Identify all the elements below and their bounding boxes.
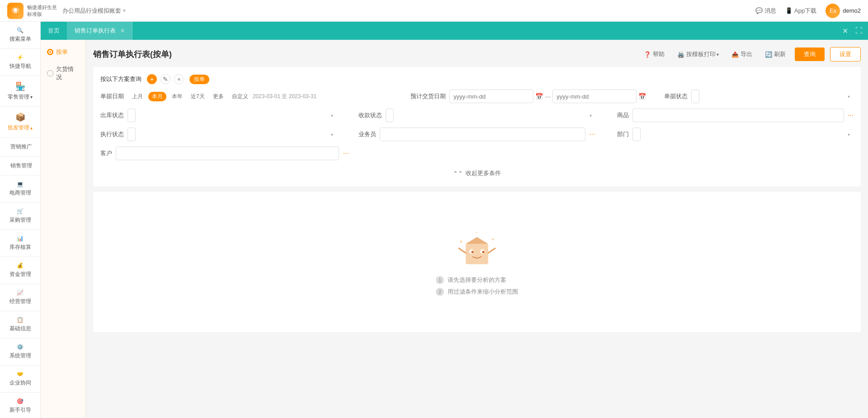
add-scheme-btn[interactable]: + [147, 74, 157, 84]
sidebar-item-sales[interactable]: 销售管理 [0, 157, 40, 176]
user-info[interactable]: Ea demo2 [826, 4, 861, 18]
retail-arrow-icon: ▾ [30, 95, 33, 100]
export-btn[interactable]: 📤 导出 [728, 48, 756, 60]
sidebar-item-purchase[interactable]: 🛒 采购管理 [0, 203, 40, 230]
sidebar-item-operations[interactable]: 📈 经营管理 [0, 284, 40, 311]
app-logo-icon [7, 3, 24, 19]
app-download-action[interactable]: 📱 App下载 [785, 7, 816, 15]
submenu-item-byorder[interactable]: 按单 [41, 43, 85, 61]
svg-point-5 [472, 251, 474, 253]
logo-area: 畅捷通好生意 标准版 [7, 3, 57, 19]
message-action[interactable]: 💬 消息 [755, 7, 776, 15]
date-custom-btn[interactable]: 自定义 [229, 92, 251, 101]
refresh-icon: 🔄 [765, 51, 772, 58]
filter-expected-date: 预计交货日期 📅 — 📅 [410, 90, 638, 103]
svg-point-9 [460, 241, 462, 242]
sidebar: 🔍 搜索菜单 ⚡ 快捷导航 🏪 零售管理 ▾ 📦 批发管理 ▴ 营销推广 销售管… [0, 22, 41, 418]
sidebar-item-marketing[interactable]: 营销推广 [0, 138, 40, 157]
salesperson-input[interactable] [380, 128, 585, 141]
tab-close-icon[interactable]: ✕ [120, 28, 125, 34]
exec-status-select[interactable] [127, 128, 136, 141]
date-quick-filters: 上月 本月 本年 近7天 更多 自定义 [129, 92, 251, 101]
collapse-more-icon: ⌃⌃ [453, 170, 463, 177]
salesperson-dots-icon[interactable]: ··· [589, 130, 595, 138]
expected-date-label: 预计交货日期 [410, 92, 446, 100]
filter-order-status: 单据状态 ▾ [664, 90, 854, 103]
goods-dots-icon[interactable]: ··· [848, 111, 854, 119]
date-this-year-btn[interactable]: 本年 [169, 92, 185, 101]
svg-line-7 [459, 248, 466, 253]
customer-dots-icon[interactable]: ··· [343, 149, 349, 157]
sidebar-item-retail[interactable]: 🏪 零售管理 ▾ [0, 76, 40, 107]
svg-line-8 [488, 248, 495, 253]
refresh-btn[interactable]: 🔄 刷新 [761, 48, 789, 60]
expected-date-end-cal-icon[interactable]: 📅 [638, 93, 646, 100]
submenu-item-shortage[interactable]: 欠货情况 [41, 61, 85, 86]
out-status-select[interactable] [127, 109, 136, 122]
payment-status-select[interactable] [386, 109, 394, 122]
sidebar-item-newbie[interactable]: 🎯 新手引导 [0, 393, 40, 418]
date-last-month-btn[interactable]: 上月 [129, 92, 146, 101]
filter-row-4: 客户 ··· [100, 147, 854, 160]
page-header: 销售订单执行表(按单) ❓ 帮助 🖨️ 按模板打印 ▾ [93, 47, 861, 62]
avatar: Ea [826, 4, 840, 18]
collapse-scheme-btn[interactable]: « [174, 74, 184, 84]
order-date-label: 单据日期 [100, 92, 124, 100]
sidebar-item-quicknav[interactable]: ⚡ 快捷导航 [0, 49, 40, 76]
tab-sales-order[interactable]: 销售订单执行表 ✕ [67, 22, 132, 40]
sidebar-item-basic[interactable]: 📋 基础信息 [0, 311, 40, 338]
collapse-more-btn[interactable]: ⌃⌃ 收起更多条件 [100, 166, 854, 179]
customer-input[interactable] [116, 147, 339, 160]
scheme-actions: + ✎ « [147, 74, 184, 84]
scheme-tag[interactable]: 按单 [189, 75, 209, 84]
tab-home-label: 首页 [48, 27, 60, 35]
order-status-select[interactable] [691, 90, 699, 103]
order-status-chevron-icon: ▾ [848, 94, 850, 99]
sidebar-item-system[interactable]: ⚙️ 系统管理 [0, 338, 40, 366]
selected-scheme: 按单 [189, 75, 209, 84]
filter-salesperson: 业务员 ··· [359, 128, 595, 141]
salesperson-label: 业务员 [359, 130, 376, 138]
edit-scheme-btn[interactable]: ✎ [160, 74, 170, 84]
help-btn[interactable]: ❓ 帮助 [640, 48, 668, 60]
department-select-wrap: ▾ [632, 128, 854, 141]
search-btn[interactable]: 查询 [795, 48, 825, 61]
customer-label: 客户 [100, 149, 112, 157]
goods-label: 商品 [617, 111, 629, 119]
purchase-icon: 🛒 [17, 208, 24, 214]
department-select[interactable] [632, 128, 641, 141]
tab-home[interactable]: 首页 [41, 22, 67, 40]
sidebar-item-finance[interactable]: 💰 资金管理 [0, 257, 40, 284]
tab-fullscreen-btn[interactable]: ⛶ [854, 25, 864, 37]
logo-text: 畅捷通好生意 标准版 [27, 4, 57, 17]
inventory-icon: 📊 [17, 235, 24, 242]
goods-input[interactable] [632, 109, 844, 122]
payment-status-label: 收款状态 [359, 111, 382, 119]
expected-date-start-input[interactable] [449, 90, 533, 103]
expected-date-start-cal-icon[interactable]: 📅 [535, 93, 543, 100]
expected-date-end-input[interactable] [552, 90, 637, 103]
date-7days-btn[interactable]: 近7天 [188, 92, 208, 101]
settings-btn[interactable]: 设置 [830, 47, 861, 62]
sidebar-item-search[interactable]: 🔍 搜索菜单 [0, 22, 40, 49]
submenu-inactive-circle [47, 70, 53, 76]
print-arrow-icon: ▾ [717, 52, 719, 57]
print-btn[interactable]: 🖨️ 按模板打印 ▾ [674, 48, 722, 60]
breadcrumb-arrow-icon: ▾ [123, 8, 126, 14]
filter-payment-status: 收款状态 ▾ [359, 109, 595, 122]
sidebar-item-ecom[interactable]: 💻 电商管理 [0, 176, 40, 203]
print-icon: 🖨️ [677, 51, 684, 58]
main-layout: 🔍 搜索菜单 ⚡ 快捷导航 🏪 零售管理 ▾ 📦 批发管理 ▴ 营销推广 销售管… [0, 22, 868, 418]
wholesale-arrow-icon: ▴ [30, 125, 33, 130]
ecom-icon: 💻 [17, 181, 24, 187]
tab-close-all-btn[interactable]: ✕ [840, 25, 850, 37]
date-this-month-btn[interactable]: 本月 [148, 92, 166, 101]
empty-tip-2: 2 用过滤条件来缩小分析范围 [436, 288, 518, 296]
breadcrumb[interactable]: 办公用品行业模拟账套 ▾ [62, 7, 126, 15]
order-status-label: 单据状态 [664, 92, 688, 100]
sidebar-item-collab[interactable]: 🤝 企业协同 [0, 366, 40, 393]
date-more-btn[interactable]: 更多 [210, 92, 226, 101]
sidebar-item-inventory[interactable]: 📊 库存核算 [0, 230, 40, 257]
submenu-active-dot [47, 49, 53, 55]
sidebar-item-wholesale[interactable]: 📦 批发管理 ▴ [0, 107, 40, 138]
